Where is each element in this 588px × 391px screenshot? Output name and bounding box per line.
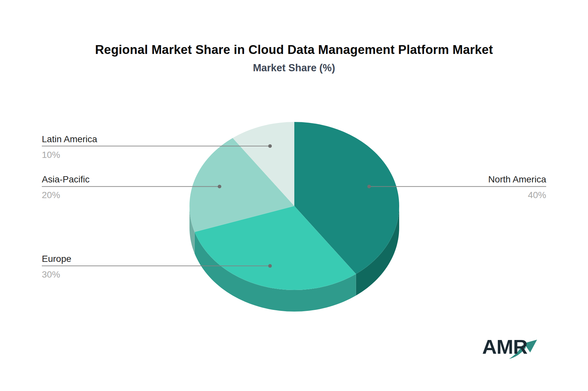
callout-label: Europe [42,254,71,264]
callout-percent: 30% [42,270,71,280]
callout-dot-europe [268,264,272,268]
callout-europe: Europe 30% [42,254,71,280]
callout-label: North America [488,175,546,184]
callout-label: Latin America [42,134,97,144]
callout-percent: 40% [488,190,546,200]
callout-dot-latin-america [268,144,272,148]
callout-dot-north-america [368,185,371,188]
chart-canvas: Regional Market Share in Cloud Data Mana… [0,0,588,391]
callout-percent: 20% [42,190,90,200]
callout-asia-pacific: Asia-Pacific 20% [42,175,90,200]
callout-label: Asia-Pacific [42,175,90,184]
callout-latin-america: Latin America 10% [42,134,97,160]
callout-percent: 10% [42,150,97,160]
callout-dot-asia-pacific [218,185,221,188]
amr-logo: AMR [482,337,547,366]
callout-north-america: North America 40% [488,175,546,200]
logo-text: AMR [482,337,527,357]
